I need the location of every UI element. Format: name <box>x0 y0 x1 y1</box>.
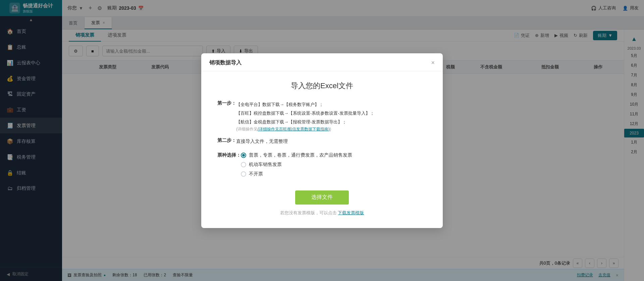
modal-main-title: 导入您的Excel文件 <box>217 81 427 91</box>
radio-motor-label: 机动车销售发票 <box>249 162 282 168</box>
modal-title: 销项数据导入 <box>209 59 241 66</box>
radio-normal[interactable] <box>241 153 246 158</box>
step1-desc: 【全电平台】数据下载→【税务数字账户】； 【百旺】税控盘数据下载→【系统设置-系… <box>236 100 374 132</box>
radio-normal-label: 普票，专票，卷票，通行费发票，农产品销售发票 <box>249 152 352 158</box>
modal-header: 销项数据导入 × <box>201 53 443 71</box>
step1-row: 第一步： 【全电平台】数据下载→【税务数字账户】； 【百旺】税控盘数据下载→【系… <box>217 100 427 132</box>
modal-overlay: 销项数据导入 × 导入您的Excel文件 第一步： 【全电平台】数据下载→【税务… <box>0 0 644 281</box>
step1-content: 第一步： 【全电平台】数据下载→【税务数字账户】； 【百旺】税控盘数据下载→【系… <box>217 100 427 132</box>
radio-no-ticket[interactable] <box>241 171 246 177</box>
template-hint-text: 若您没有发票模版，可以点击 <box>280 210 337 215</box>
radio-motor[interactable] <box>241 162 246 167</box>
import-modal: 销项数据导入 × 导入您的Excel文件 第一步： 【全电平台】数据下载→【税务… <box>201 53 443 228</box>
step1-line1: 【全电平台】数据下载→【税务数字账户】； <box>236 100 374 109</box>
radio-row-motor[interactable]: 机动车销售发票 <box>241 162 352 168</box>
step1-line3: 【航信】金税盘数据下载→【报税管理-发票数据导出】； <box>236 118 374 126</box>
radio-group: 普票，专票，卷票，通行费发票，农产品销售发票 机动车销售发票 不开票 <box>241 152 352 180</box>
step2-text: 直接导入文件，无需整理 <box>236 138 288 145</box>
step1-link-text[interactable]: (详细操作见百旺/航信发票数据下载指南) <box>258 127 330 131</box>
step2-label: 第二步： <box>217 137 236 144</box>
radio-row-no-ticket[interactable]: 不开票 <box>241 171 352 177</box>
ticket-label: 票种选择： <box>217 152 241 158</box>
ticket-row: 票种选择： 普票，专票，卷票，通行费发票，农产品销售发票 机动车销售发票 不开票 <box>217 152 427 184</box>
step1-line2: 【百旺】税控盘数据下载→【系统设置-系统参数设置-发票批量导入】； <box>236 109 374 118</box>
select-file-btn[interactable]: 选择文件 <box>295 190 349 205</box>
template-hint: 若您没有发票模版，可以点击 下载发票模版 <box>217 210 427 216</box>
template-link[interactable]: 下载发票模版 <box>338 210 364 215</box>
step2-row: 第二步： 直接导入文件，无需整理 <box>217 137 427 146</box>
modal-body: 导入您的Excel文件 第一步： 【全电平台】数据下载→【税务数字账户】； 【百… <box>201 71 443 228</box>
step1-label: 第一步： <box>217 100 236 130</box>
radio-no-ticket-label: 不开票 <box>249 171 263 177</box>
step1-link: (详细操作见(详细操作见百旺/航信发票数据下载指南)) <box>236 126 374 132</box>
radio-row-normal[interactable]: 普票，专票，卷票，通行费发票，农产品销售发票 <box>241 152 352 158</box>
modal-close-btn[interactable]: × <box>431 59 435 66</box>
